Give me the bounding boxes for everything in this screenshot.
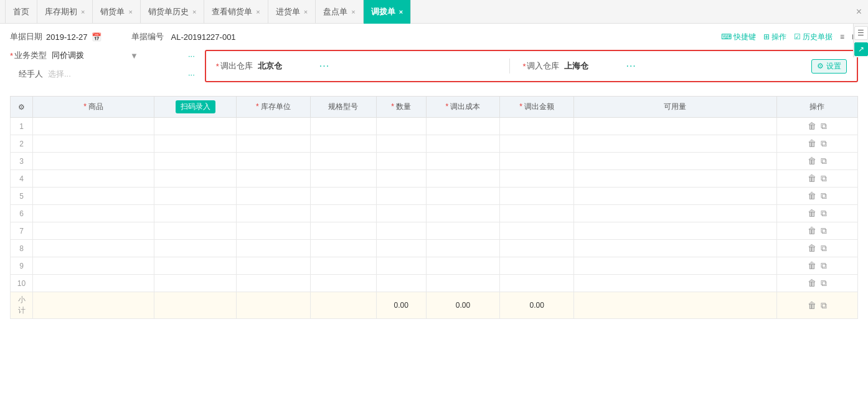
close-icon[interactable]: ×: [256, 8, 260, 16]
cost-cell[interactable]: [426, 188, 500, 205]
delete-icon[interactable]: 🗑: [808, 191, 816, 201]
copy-icon[interactable]: ⧉: [821, 121, 827, 131]
delete-icon[interactable]: 🗑: [808, 173, 816, 183]
tab-stocktake[interactable]: 盘点单 ×: [316, 0, 363, 24]
product-cell[interactable]: [33, 292, 154, 319]
tab-sales-order[interactable]: 销货单 ×: [93, 0, 140, 24]
product-cell[interactable]: [33, 188, 154, 205]
cost-cell[interactable]: [426, 135, 500, 153]
product-cell[interactable]: [33, 153, 154, 170]
copy-icon[interactable]: ⧉: [821, 156, 827, 166]
copy-icon[interactable]: ⧉: [821, 173, 827, 184]
tab-inventory-init[interactable]: 库存期初 ×: [37, 0, 93, 24]
copy-icon[interactable]: ⧉: [821, 191, 827, 201]
copy-icon[interactable]: ⧉: [821, 226, 827, 236]
delete-icon[interactable]: 🗑: [808, 208, 816, 218]
business-value[interactable]: 同价调拨: [52, 50, 126, 61]
delete-icon[interactable]: 🗑: [808, 138, 816, 148]
cost-cell[interactable]: [426, 205, 500, 222]
product-cell[interactable]: [33, 205, 154, 222]
close-icon[interactable]: ×: [399, 8, 403, 16]
delete-icon[interactable]: 🗑: [808, 260, 816, 270]
product-cell[interactable]: [33, 275, 154, 292]
warehouse-in-more-btn[interactable]: ···: [626, 60, 636, 72]
amount-cell[interactable]: [500, 153, 574, 170]
close-icon[interactable]: ×: [81, 8, 85, 16]
delete-icon[interactable]: 🗑: [808, 156, 816, 166]
business-more-btn[interactable]: ···: [188, 51, 195, 60]
col-settings[interactable]: ⚙: [11, 97, 33, 118]
copy-icon[interactable]: ⧉: [821, 300, 827, 311]
col-scan[interactable]: 扫码录入: [154, 97, 237, 118]
sidebar-list-btn[interactable]: ☰: [854, 26, 868, 40]
qty-cell[interactable]: [376, 275, 426, 292]
amount-cell[interactable]: [500, 135, 574, 153]
qty-cell[interactable]: [376, 135, 426, 153]
product-cell[interactable]: [33, 240, 154, 257]
cost-cell[interactable]: [426, 118, 500, 135]
delete-icon[interactable]: 🗑: [808, 243, 816, 253]
close-icon[interactable]: ×: [351, 8, 355, 16]
tab-home[interactable]: 首页: [5, 0, 37, 24]
copy-icon[interactable]: ⧉: [821, 138, 827, 149]
tab-view-sales[interactable]: 查看销货单 ×: [204, 0, 268, 24]
amount-cell[interactable]: [500, 222, 574, 240]
cost-cell[interactable]: [426, 275, 500, 292]
person-more-btn[interactable]: ···: [188, 70, 195, 79]
qty-cell[interactable]: [376, 188, 426, 205]
amount-cell[interactable]: [500, 257, 574, 275]
amount-cell[interactable]: [500, 205, 574, 222]
close-icon[interactable]: ×: [192, 8, 196, 16]
qty-cell[interactable]: [376, 153, 426, 170]
chevron-down-icon[interactable]: ▼: [130, 51, 138, 60]
amount-cell[interactable]: [500, 118, 574, 135]
layout-toggle-btn[interactable]: ≡: [840, 32, 844, 41]
product-cell[interactable]: [33, 170, 154, 188]
tab-transfer[interactable]: 调拨单 ×: [364, 0, 411, 24]
delete-icon[interactable]: 🗑: [808, 226, 816, 236]
calendar-icon[interactable]: 📅: [92, 32, 101, 42]
delete-icon[interactable]: 🗑: [808, 121, 816, 131]
warehouse-out-value[interactable]: 北京仓: [258, 60, 282, 72]
delete-icon[interactable]: 🗑: [808, 278, 816, 288]
qty-cell[interactable]: [376, 240, 426, 257]
settings-btn[interactable]: ⚙ 设置: [811, 59, 847, 74]
person-input[interactable]: 选择...: [48, 69, 71, 80]
close-icon[interactable]: ×: [304, 8, 308, 16]
tab-purchase[interactable]: 进货单 ×: [268, 0, 316, 24]
close-icon[interactable]: ×: [128, 8, 132, 16]
qty-cell[interactable]: [376, 205, 426, 222]
tab-sales-history[interactable]: 销货单历史 ×: [141, 0, 204, 24]
product-cell[interactable]: [33, 222, 154, 240]
copy-icon[interactable]: ⧉: [821, 278, 827, 288]
cost-cell[interactable]: [426, 257, 500, 275]
product-cell[interactable]: [33, 257, 154, 275]
product-cell[interactable]: [33, 135, 154, 153]
qty-cell[interactable]: [376, 118, 426, 135]
qty-cell[interactable]: [376, 170, 426, 188]
copy-icon[interactable]: ⧉: [821, 208, 827, 219]
cost-cell[interactable]: [426, 240, 500, 257]
amount-cell[interactable]: [500, 240, 574, 257]
cost-cell[interactable]: [426, 222, 500, 240]
delete-icon[interactable]: 🗑: [808, 300, 816, 310]
warehouse-out-more-btn[interactable]: ···: [319, 60, 329, 72]
scan-button[interactable]: 扫码录入: [176, 100, 215, 113]
history-btn[interactable]: ☑ 历史单据: [794, 32, 833, 42]
amount-cell[interactable]: [500, 275, 574, 292]
shortcuts-btn[interactable]: ⌨ 快捷键: [721, 32, 756, 42]
copy-icon[interactable]: ⧉: [821, 243, 827, 254]
window-close-icon[interactable]: ×: [856, 6, 862, 17]
copy-icon[interactable]: ⧉: [821, 260, 827, 271]
product-cell[interactable]: [33, 118, 154, 135]
sidebar-export-btn[interactable]: ↗: [854, 42, 868, 56]
warehouse-in-value[interactable]: 上海仓: [564, 60, 588, 72]
qty-cell[interactable]: [376, 257, 426, 275]
amount-cell[interactable]: [500, 170, 574, 188]
row-number: 2: [11, 135, 33, 153]
amount-cell[interactable]: [500, 188, 574, 205]
cost-cell[interactable]: [426, 153, 500, 170]
operations-btn[interactable]: ⊞ 操作: [763, 32, 786, 42]
qty-cell[interactable]: [376, 222, 426, 240]
cost-cell[interactable]: [426, 170, 500, 188]
